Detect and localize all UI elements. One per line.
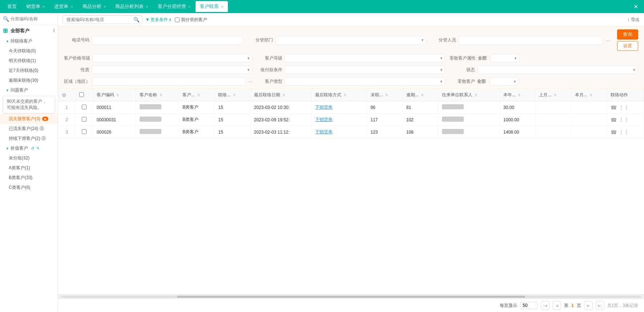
- row-1-more-icon[interactable]: ⋮⋮: [619, 105, 629, 110]
- th-date-sort[interactable]: ⇅: [282, 93, 285, 97]
- sidebar-item-c-class[interactable]: C类客户(6): [0, 183, 58, 193]
- th-overdue-sort[interactable]: ⇅: [421, 93, 424, 97]
- th-method-sort[interactable]: ⇅: [344, 93, 347, 97]
- sidebar-group-pending[interactable]: ▼ 待联络客户: [0, 36, 58, 46]
- sidebar-item-ungroup[interactable]: 未分组(32): [0, 153, 58, 163]
- sidebar-item-b-class[interactable]: B类客户(33): [0, 173, 58, 183]
- tab-analysis-list[interactable]: 商品分析列表 ×: [111, 1, 152, 12]
- row-3-more-icon[interactable]: ⋮⋮: [619, 129, 629, 135]
- scrollbar-thumb[interactable]: [177, 296, 525, 298]
- filter-more-btn[interactable]: ▼ 更多条件 ∧: [145, 17, 172, 23]
- th-contact-sort[interactable]: ⇅: [233, 93, 236, 97]
- tab-sales-close[interactable]: ×: [43, 4, 45, 9]
- filter-area-input[interactable]: [92, 77, 246, 86]
- sidebar-search-input[interactable]: [11, 16, 58, 21]
- row-2-contact-icon[interactable]: ☎: [611, 117, 617, 123]
- row-2-name-blurred: [140, 117, 161, 122]
- last-page-btn[interactable]: ▶|: [596, 301, 604, 310]
- settings-button[interactable]: 设置: [617, 41, 638, 51]
- row-1-select[interactable]: [82, 105, 86, 109]
- th-name-sort[interactable]: ⇅: [160, 93, 162, 97]
- horizontal-scrollbar[interactable]: [58, 294, 644, 299]
- filter-gender-label: 性质: [64, 67, 89, 73]
- row-1-month: [571, 101, 607, 114]
- filter-price-label: 客户价格等级: [64, 55, 90, 61]
- filter-customer-level-select-wrap: ▼: [285, 54, 446, 62]
- th-code-sort[interactable]: ⇅: [116, 93, 119, 97]
- row-2-select[interactable]: [82, 117, 86, 122]
- filter-manager-dots[interactable]: ···: [605, 37, 610, 43]
- row-3-name-blurred: [140, 129, 161, 134]
- row-2-action-icons: ☎ ⋮⋮: [611, 117, 640, 123]
- row-1-code: 000011: [93, 101, 136, 114]
- prev-page-btn[interactable]: ◀: [552, 301, 561, 310]
- th-person-sort[interactable]: ⇅: [475, 93, 478, 97]
- row-3-select[interactable]: [82, 129, 86, 134]
- sidebar-item-churned[interactable]: 已流失客户(24) ⓪: [0, 124, 58, 134]
- filter-gender-select[interactable]: [92, 65, 253, 74]
- sidebar-item-overdue[interactable]: 逾期未联络(30): [0, 76, 58, 85]
- sidebar-group-problem[interactable]: ▼ 问题客户: [0, 85, 58, 95]
- sidebar-group-value[interactable]: ▼ 价值客户 ↺ ✎: [0, 143, 58, 153]
- filter-phone-input[interactable]: [92, 36, 243, 45]
- filter-status-select[interactable]: [477, 65, 638, 74]
- tab-purchase[interactable]: 进货单 ×: [50, 1, 77, 12]
- tab-purchase-close[interactable]: ×: [71, 4, 73, 9]
- export-btn[interactable]: ↑ 导出: [627, 17, 640, 23]
- filter-zero-attr-select[interactable]: [490, 54, 519, 62]
- filter-payment-select[interactable]: [285, 65, 446, 74]
- tab-analysis-list-close[interactable]: ×: [146, 4, 148, 9]
- tab-home[interactable]: 首页: [3, 1, 21, 12]
- value-config-icon[interactable]: ✎: [36, 146, 40, 151]
- first-page-btn[interactable]: |◀: [541, 301, 550, 310]
- select-all-checkbox[interactable]: [79, 92, 84, 97]
- my-customers-checkbox[interactable]: [175, 17, 180, 22]
- filter-customer-level-select[interactable]: [285, 54, 446, 62]
- sidebar-item-7days[interactable]: 近7天待联络(0): [0, 66, 58, 76]
- th-year-sort[interactable]: ⇅: [518, 93, 521, 97]
- sidebar-item-declining[interactable]: 持续下滑客户(2) ⓪: [0, 134, 58, 143]
- value-edit-icon[interactable]: ↺: [31, 146, 34, 151]
- row-2-method-link[interactable]: 下销货单: [315, 117, 333, 122]
- filter-zero-customer-select[interactable]: [490, 77, 519, 86]
- filter-dept-select[interactable]: [275, 36, 427, 45]
- row-3-contact-icon[interactable]: ☎: [611, 129, 617, 135]
- th-last-month-sort[interactable]: ⇅: [554, 93, 557, 97]
- filter-area-dots[interactable]: ···: [248, 78, 253, 84]
- window-close-icon[interactable]: ✕: [631, 2, 641, 12]
- table-settings-icon[interactable]: ⚙: [62, 92, 67, 98]
- tab-customer-contact[interactable]: 客户联系 ×: [196, 1, 228, 12]
- sidebar-item-churn-warning[interactable]: 流失预警客户(3) ●: [0, 114, 58, 124]
- row-2-contact: 15: [214, 114, 250, 126]
- sidebar-item-today[interactable]: 今天待联络(0): [0, 46, 58, 56]
- filter-search-icon[interactable]: 🔍: [133, 17, 140, 23]
- th-uncontacted-sort[interactable]: ⇅: [385, 93, 388, 97]
- filter-price-select[interactable]: [92, 54, 253, 62]
- row-3-method-link[interactable]: 下销货单: [315, 129, 333, 134]
- filter-search-input[interactable]: [63, 15, 142, 24]
- tab-customer-contact-close[interactable]: ×: [221, 4, 223, 9]
- row-2-last-month: [535, 114, 571, 126]
- next-page-btn[interactable]: ▶: [584, 301, 593, 310]
- sidebar-all-customers[interactable]: ⊞ 全部客户 《: [0, 25, 58, 36]
- per-page-select[interactable]: 50 100 200: [520, 302, 538, 309]
- tab-analysis-list-label: 商品分析列表: [115, 3, 144, 10]
- th-type-sort[interactable]: ⇅: [197, 93, 200, 97]
- tab-customer-tier-close[interactable]: ×: [188, 4, 190, 9]
- tab-sales[interactable]: 销货单 ×: [22, 1, 49, 12]
- row-1-contact-icon[interactable]: ☎: [611, 105, 617, 110]
- th-month-sort[interactable]: ⇅: [589, 93, 592, 97]
- tab-customer-tier[interactable]: 客户分层经营 ×: [153, 1, 195, 12]
- filter-field-manager: 分管人员 ···: [431, 36, 610, 45]
- row-2-more-icon[interactable]: ⋮⋮: [619, 117, 629, 123]
- sidebar-item-tomorrow[interactable]: 明天待联络(1): [0, 56, 58, 66]
- query-button[interactable]: 查询: [617, 29, 638, 40]
- tab-analysis-close[interactable]: ×: [104, 4, 106, 9]
- filter-manager-input[interactable]: [458, 36, 603, 45]
- declining-icon: ⓪: [41, 136, 46, 141]
- tab-analysis[interactable]: 商品分析 ×: [78, 1, 110, 12]
- sidebar-item-a-class[interactable]: A类客户(1): [0, 163, 58, 173]
- row-1-method-link[interactable]: 下销货单: [315, 105, 333, 110]
- filter-field-zero-attr: 零散客户属性 全部 ▼: [450, 54, 638, 62]
- filter-customer-type-select[interactable]: [285, 77, 446, 86]
